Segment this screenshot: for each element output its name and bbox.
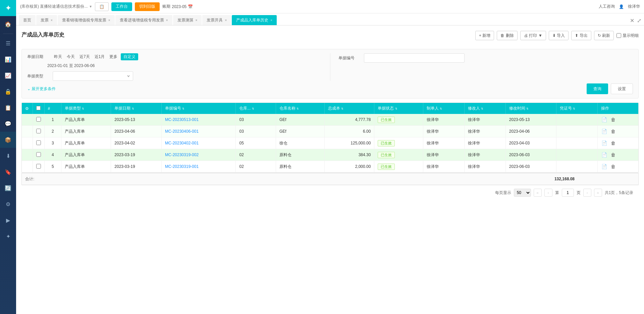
tab-invoice-calc[interactable]: 发票测算 × [173,15,202,25]
row-checkbox-1[interactable] [36,117,41,122]
tab-home[interactable]: 首页 [19,15,36,25]
th-creator[interactable]: 制单人 ⇅ [423,103,464,114]
calendar-icon[interactable]: 📅 [188,4,193,9]
show-detail-label[interactable]: 显示明细 [616,33,639,39]
tab-purchase-invoice[interactable]: 查看进项增值税专用发票 × [115,15,172,25]
last-page-button[interactable]: » [594,189,602,197]
page-input[interactable] [562,189,574,197]
th-modify-time[interactable]: 修改时间 ⇅ [505,103,556,114]
prev-page-button[interactable]: ‹ [544,189,552,197]
filter-area: 单据日期 昨天 今天 近7天 近1月 更多 自定义 2023-01-01 至 2… [21,49,639,99]
tab-product-inbound-close[interactable]: × [270,18,272,22]
tab-invoice-close[interactable]: × [51,18,53,22]
tab-invoice-issue-close[interactable]: × [225,18,227,22]
shortcut-1month[interactable]: 近1月 [93,53,106,60]
sidebar-item-media[interactable]: ▶ [0,212,16,228]
row-checkbox-2[interactable] [36,129,41,133]
th-checkbox[interactable] [33,103,44,114]
consult-label[interactable]: 人工咨询 [599,4,615,9]
sort-icon-doc-status: ⇅ [395,107,397,110]
delete-icon[interactable]: 🗑 [610,116,616,123]
shortcut-yesterday[interactable]: 昨天 [53,53,63,60]
sidebar-item-analytics[interactable]: 📈 [0,67,16,83]
sidebar-item-dashboard[interactable]: 📊 [0,51,16,67]
doc-no-link[interactable]: MC-20230402-001 [165,141,199,145]
shortcut-custom[interactable]: 自定义 [121,53,138,60]
edit-icon[interactable]: 📄 [601,116,608,123]
sidebar-item-documents[interactable]: 📋 [0,100,16,116]
copy-button[interactable]: 📋 [95,2,109,11]
refresh-button[interactable]: ↻ 刷新 [594,31,614,40]
select-all-checkbox[interactable] [36,106,41,110]
first-page-button[interactable]: « [534,189,542,197]
sidebar-item-sync[interactable]: 🔄 [0,180,16,196]
per-page-select[interactable]: 50 100 200 [514,189,531,197]
th-modifier[interactable]: 修改人 ⇅ [464,103,505,114]
show-detail-checkbox[interactable] [616,33,621,38]
th-total-cost[interactable]: 总成本 ⇅ [325,103,374,114]
doc-no-link[interactable]: MC-20230319-002 [165,152,199,157]
delete-icon[interactable]: 🗑 [610,151,616,158]
edit-icon[interactable]: 📄 [601,140,608,146]
sidebar-logo[interactable]: ✦ [0,0,16,16]
cell-voucher-no [556,149,597,161]
row-checkbox-4[interactable] [36,152,41,157]
shortcut-more[interactable]: 更多 [108,53,119,60]
delete-icon[interactable]: 🗑 [610,163,616,170]
delete-button[interactable]: 🗑 删除 [497,31,517,40]
query-button[interactable]: 查询 [587,83,608,94]
brand-dropdown-icon[interactable]: ▼ [89,5,92,8]
sidebar-item-settings[interactable]: ⚙ [0,196,16,212]
doc-no-link[interactable]: MC-20230513-001 [165,117,199,122]
tab-expand-icon[interactable]: ⤢ [637,17,641,24]
export-button[interactable]: ⬆ 导出 [571,31,591,40]
sidebar-item-special[interactable]: ✦ [0,228,16,244]
row-checkbox-3[interactable] [36,140,41,145]
doc-no-link[interactable]: MC-20230406-001 [165,129,199,134]
tab-purchase-invoice-close[interactable]: × [166,18,168,22]
tab-sales-invoice[interactable]: 查看销项增值税专用发票 × [58,15,115,25]
tab-invoice-calc-close[interactable]: × [196,18,198,22]
expand-conditions-button[interactable]: ⌄ 展开更多条件 [27,86,56,92]
cell-creator: 徐泽华 [423,137,464,149]
tab-product-inbound[interactable]: 产成品入库单历史 × [232,15,277,25]
sidebar-item-download[interactable]: ⬇ [0,148,16,164]
sidebar-item-menu[interactable]: ☰ [0,35,16,51]
filter-settings-button[interactable]: 设置 [611,83,633,94]
filter-doctype-select[interactable] [53,71,133,81]
tab-sales-invoice-close[interactable]: × [108,18,110,22]
edit-icon[interactable]: 📄 [601,128,608,135]
cell-voucher-no [556,114,597,126]
sidebar-item-home[interactable]: 🏠 [0,16,16,32]
th-doc-type[interactable]: 单据类型 ⇅ [61,103,111,114]
workbench-button[interactable]: 工作台 [111,2,132,11]
sidebar-item-inventory[interactable]: 📦 [0,132,16,148]
import-button[interactable]: ⬇ 导入 [549,31,569,40]
th-warehouse-code[interactable]: 仓库... ⇅ [236,103,276,114]
print-button[interactable]: 🖨 打印 ▼ [520,31,546,40]
th-doc-no[interactable]: 单据编号 ⇅ [162,103,236,114]
edit-icon[interactable]: 📄 [601,163,608,170]
th-warehouse-name[interactable]: 仓库名称 ⇅ [276,103,324,114]
th-doc-status[interactable]: 单据状态 ⇅ [374,103,423,114]
th-doc-date[interactable]: 单据日期 ⇅ [111,103,162,114]
next-page-button[interactable]: › [583,189,591,197]
doc-no-link[interactable]: MC-20230319-001 [165,164,199,169]
filter-docno-input[interactable] [364,53,465,63]
switch-old-button[interactable]: 切到旧版 [135,2,160,11]
sidebar-item-bookmark[interactable]: 🔖 [0,164,16,180]
sidebar-item-messages[interactable]: 💬 [0,116,16,132]
row-checkbox-5[interactable] [36,164,41,169]
delete-icon[interactable]: 🗑 [610,128,616,135]
delete-icon[interactable]: 🗑 [610,140,616,146]
th-settings[interactable]: ⚙ [22,103,33,114]
tab-invoice-issue[interactable]: 发票开具 × [202,15,231,25]
tab-invoice[interactable]: 发票 × [36,15,57,25]
edit-icon[interactable]: 📄 [601,151,608,158]
tab-close-all-icon[interactable]: ✕ [630,17,634,24]
sidebar-item-security[interactable]: 🔒 [0,83,16,100]
new-button[interactable]: + 新增 [475,31,494,40]
th-voucher-no[interactable]: 凭证号 ⇅ [556,103,597,114]
shortcut-7days[interactable]: 近7天 [78,53,91,60]
shortcut-today[interactable]: 今天 [65,53,76,60]
